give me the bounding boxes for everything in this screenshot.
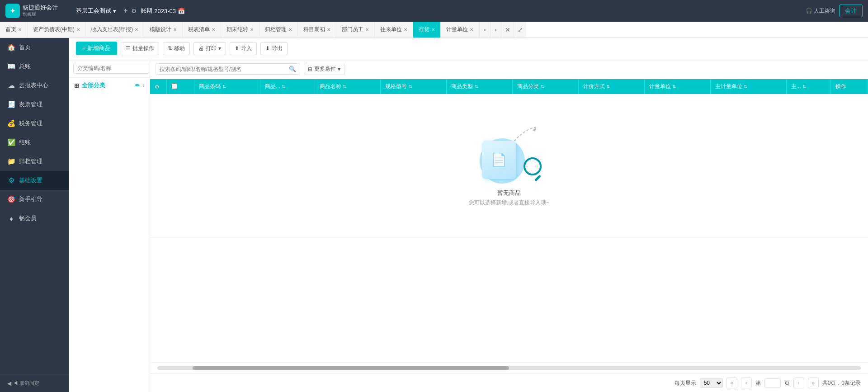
- new-product-button[interactable]: + 新增商品: [76, 42, 117, 55]
- tab-expand-button[interactable]: ⤢: [514, 22, 526, 38]
- col-name[interactable]: 商品名称 ⇅: [315, 79, 381, 94]
- col-price-method[interactable]: 计价方式 ⇅: [579, 79, 645, 94]
- headset-icon: 🎧: [806, 8, 812, 14]
- product-search-input[interactable]: [160, 66, 289, 72]
- sidebar-item-settings[interactable]: ⚙ 基础设置: [0, 171, 69, 190]
- col-checkbox[interactable]: [166, 79, 194, 94]
- close-books-icon: ✅: [7, 138, 15, 146]
- tab-subject[interactable]: 科目期初 ✕: [298, 22, 336, 38]
- col-settings[interactable]: ⚙: [150, 79, 166, 94]
- print-button[interactable]: 🖨 打印 ▾: [193, 42, 226, 55]
- category-edit-icon[interactable]: ✏: [135, 82, 140, 89]
- tab-close-tax[interactable]: ✕: [212, 27, 215, 32]
- empty-subtitle: 您可以选择新增,或者直接导入哦~: [469, 199, 549, 207]
- tab-income[interactable]: 收入支出表(年报) ✕: [86, 22, 144, 38]
- add-tab-icon[interactable]: +: [123, 7, 127, 15]
- col-spec[interactable]: 规格型号 ⇅: [381, 79, 447, 94]
- category-search-area: 🔍: [69, 59, 150, 78]
- tab-close-balance[interactable]: ✕: [76, 27, 80, 32]
- batch-operation-button[interactable]: ☰ 批量操作: [121, 42, 159, 55]
- category-all-item[interactable]: ⊞ 全部分类 ✏ ‹: [69, 78, 150, 93]
- sidebar-item-guide-label: 新手引导: [19, 195, 42, 203]
- tab-close-period[interactable]: ✕: [250, 27, 254, 32]
- tab-close-income[interactable]: ✕: [135, 27, 138, 32]
- member-icon: ♦: [7, 215, 15, 222]
- tab-close-inventory[interactable]: ✕: [431, 27, 435, 32]
- sidebar-item-close[interactable]: ✅ 结账: [0, 133, 69, 152]
- tab-inventory[interactable]: 存货 ✕: [413, 22, 441, 38]
- import-button[interactable]: ⬆ 导入: [230, 42, 257, 55]
- tab-template[interactable]: 模版设计 ✕: [144, 22, 183, 38]
- tab-home[interactable]: 首页 ✕: [0, 22, 28, 38]
- col-unit[interactable]: 计量单位 ⇅: [644, 79, 710, 94]
- settings-icon[interactable]: ⚙: [131, 7, 137, 14]
- calendar-icon[interactable]: 📅: [178, 8, 185, 14]
- sidebar-item-cloud-label: 云报表中心: [19, 81, 48, 90]
- sidebar-item-cloud[interactable]: ☁ 云报表中心: [0, 76, 69, 95]
- empty-doc-icon: 📄: [482, 141, 516, 179]
- tab-close-home[interactable]: ✕: [18, 27, 22, 32]
- ledger-icon: 📖: [7, 62, 15, 71]
- col-barcode[interactable]: 商品条码 ⇅: [194, 79, 260, 94]
- current-page-input[interactable]: 1: [764, 378, 781, 387]
- tab-close-archive[interactable]: ✕: [288, 27, 292, 32]
- col-type[interactable]: 商品类型 ⇅: [447, 79, 513, 94]
- sidebar-item-settings-label: 基础设置: [19, 176, 42, 184]
- sidebar-item-archive[interactable]: 📁 归档管理: [0, 152, 69, 171]
- first-page-button[interactable]: «: [726, 378, 737, 388]
- sidebar-item-tax[interactable]: 💰 税务管理: [0, 114, 69, 133]
- sidebar-item-member[interactable]: ♦ 畅会员: [0, 209, 69, 228]
- col-main2[interactable]: 主... ⇅: [786, 79, 831, 94]
- category-search-input[interactable]: [73, 63, 149, 74]
- last-page-button[interactable]: »: [808, 378, 819, 388]
- sidebar: 🏠 首页 📖 总账 ☁ 云报表中心 🧾 发票管理 💰 税务管理 ✅ 结账: [0, 38, 69, 392]
- tab-next-button[interactable]: ›: [490, 22, 501, 38]
- select-all-checkbox[interactable]: [171, 83, 177, 89]
- tab-period-close[interactable]: 期末结转 ✕: [221, 22, 259, 38]
- tab-balance[interactable]: 资产负债表(中期) ✕: [28, 22, 86, 38]
- tab-dept[interactable]: 部门员工 ✕: [336, 22, 375, 38]
- scrollbar-thumb[interactable]: [193, 366, 509, 370]
- tab-close-all-button[interactable]: ✕: [501, 22, 514, 38]
- tab-close-dept[interactable]: ✕: [365, 27, 369, 32]
- product-table-wrap: ⚙ 商品条码 ⇅ 商品... ⇅ 商品名称 ⇅ 规格型号 ⇅ 商品类型 ⇅ 商品…: [150, 79, 868, 362]
- tab-unit[interactable]: 计量单位 ✕: [441, 22, 479, 38]
- move-button[interactable]: ⇅ 移动: [163, 42, 190, 55]
- sidebar-item-close-label: 结账: [19, 138, 31, 146]
- sidebar-item-ledger[interactable]: 📖 总账: [0, 57, 69, 76]
- account-button[interactable]: 会计: [839, 5, 863, 17]
- tab-close-partner[interactable]: ✕: [404, 27, 407, 32]
- product-search-icon[interactable]: 🔍: [289, 66, 296, 72]
- invoice-icon: 🧾: [7, 100, 15, 109]
- category-collapse-icon[interactable]: ‹: [142, 82, 144, 89]
- export-button[interactable]: ⬇ 导出: [260, 42, 288, 55]
- sidebar-item-invoice[interactable]: 🧾 发票管理: [0, 95, 69, 114]
- tab-close-template[interactable]: ✕: [173, 27, 177, 32]
- empty-magnifier-handle: [534, 175, 541, 182]
- col-code[interactable]: 商品... ⇅: [260, 79, 315, 94]
- page-unit: 页: [784, 379, 790, 387]
- next-page-button[interactable]: ›: [793, 378, 804, 388]
- col-main-unit[interactable]: 主计量单位 ⇅: [710, 79, 786, 94]
- col-category[interactable]: 商品分类 ⇅: [513, 79, 579, 94]
- chevron-down-icon: ▾: [113, 8, 116, 14]
- sidebar-collapse-button[interactable]: ◀ ◀ 取消固定: [0, 374, 69, 392]
- more-conditions-button[interactable]: ⊟ 更多条件 ▾: [304, 63, 344, 75]
- tab-archive[interactable]: 归档管理 ✕: [259, 22, 298, 38]
- tab-prev-button[interactable]: ‹: [479, 22, 490, 38]
- tab-partner[interactable]: 往来单位 ✕: [375, 22, 413, 38]
- company-selector[interactable]: 基层工会测试 ▾: [72, 5, 120, 17]
- horizontal-scrollbar[interactable]: [157, 366, 861, 370]
- tab-close-subject[interactable]: ✕: [327, 27, 330, 32]
- tab-close-unit[interactable]: ✕: [470, 27, 473, 32]
- logo-area: ✦ 畅捷通好会计 旗舰版: [5, 4, 69, 18]
- import-icon: ⬆: [235, 45, 239, 52]
- category-all-label: 全部分类: [82, 81, 105, 90]
- tab-tax[interactable]: 税表清单 ✕: [183, 22, 221, 38]
- sidebar-item-home[interactable]: 🏠 首页: [0, 38, 69, 57]
- ai-consult-button[interactable]: 🎧 人工咨询: [806, 7, 835, 15]
- sidebar-item-member-label: 畅会员: [19, 214, 37, 222]
- prev-page-button[interactable]: ‹: [741, 378, 752, 388]
- sidebar-item-guide[interactable]: 🎯 新手引导: [0, 190, 69, 209]
- page-size-select[interactable]: 50 10 20 100: [700, 378, 723, 388]
